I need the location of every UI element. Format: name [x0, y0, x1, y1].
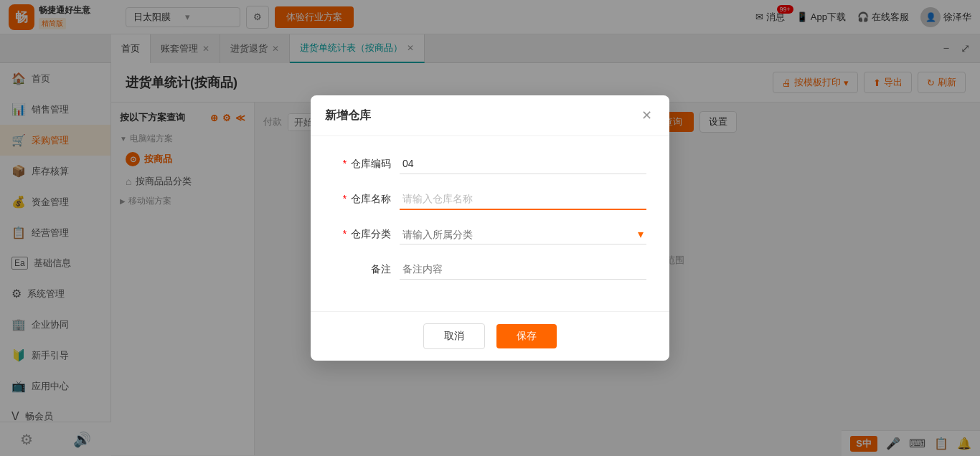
dialog-body: * 仓库编码 * 仓库名称 * 仓库分类 ▾ — [311, 136, 669, 311]
form-row-category: * 仓库分类 ▾ — [334, 224, 646, 244]
form-row-code: * 仓库编码 — [334, 153, 646, 174]
add-warehouse-dialog: 新增仓库 ✕ * 仓库编码 * 仓库名称 * — [311, 95, 669, 361]
form-name-label: * 仓库名称 — [334, 193, 391, 206]
dialog-close-icon[interactable]: ✕ — [638, 107, 655, 124]
required-asterisk-category: * — [343, 228, 347, 239]
form-code-label: * 仓库编码 — [334, 158, 391, 171]
form-category-label: * 仓库分类 — [334, 228, 391, 241]
save-button[interactable]: 保存 — [496, 324, 557, 348]
form-row-name: * 仓库名称 — [334, 189, 646, 210]
category-dropdown-icon: ▾ — [638, 227, 644, 241]
required-asterisk-name: * — [343, 193, 347, 204]
form-note-label: 备注 — [334, 263, 391, 276]
dialog-footer: 取消 保存 — [311, 311, 669, 361]
category-input[interactable] — [402, 229, 638, 240]
modal-overlay[interactable]: 新增仓库 ✕ * 仓库编码 * 仓库名称 * — [0, 0, 980, 456]
warehouse-code-input[interactable] — [400, 153, 646, 174]
category-select-wrap[interactable]: ▾ — [400, 224, 646, 244]
warehouse-name-input[interactable] — [400, 189, 646, 210]
required-asterisk-code: * — [343, 158, 347, 169]
dialog-title: 新增仓库 — [325, 108, 371, 123]
dialog-header: 新增仓库 ✕ — [311, 95, 669, 136]
warehouse-note-textarea[interactable] — [400, 259, 646, 280]
form-row-note: 备注 — [334, 259, 646, 280]
cancel-button[interactable]: 取消 — [423, 323, 485, 349]
